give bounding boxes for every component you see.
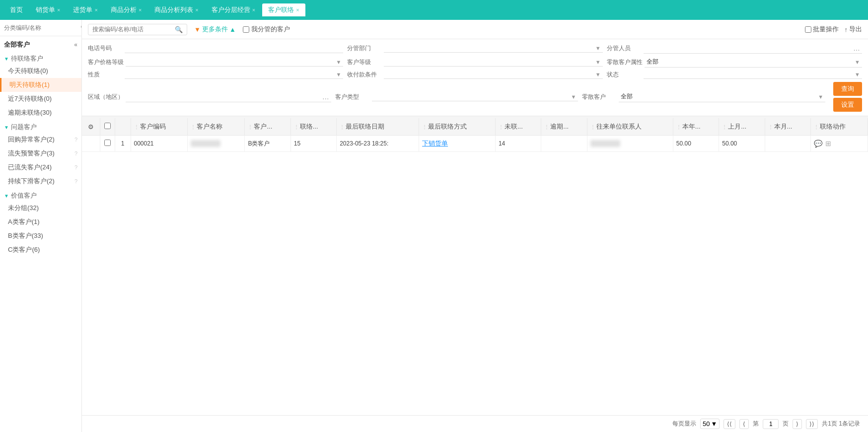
grid-action-icon-0[interactable]: ⊞ [825,140,831,147]
filter-dots-3-0[interactable]: … [322,93,329,101]
filter-dots-input-0-2[interactable] [646,45,851,52]
query-button[interactable]: 查询 [833,82,862,96]
filter-label-3-1: 客户类型 [335,93,370,101]
nav-item-销货单[interactable]: 销货单× [30,3,66,16]
next-page-button[interactable]: ⟩ [793,419,802,429]
sidebar-all-customers[interactable]: 全部客户 « [0,36,81,51]
sort-icon-unitContact[interactable]: ⋮ [590,124,595,130]
row-last-way-0[interactable]: 下销货单 [419,136,496,152]
nav-close-客户联络[interactable]: × [296,7,299,13]
sidebar-item-1-3[interactable]: 持续下滑客户(2)? [0,174,81,188]
sidebar-item-0-1[interactable]: 明天待联络(1) [0,78,81,92]
col-header-name: ⋮客户名称 [188,118,245,136]
col-label-thisYear: 本年... [682,122,701,131]
nav-item-商品分析列表[interactable]: 商品分析列表× [148,3,204,16]
sidebar-item-1-2[interactable]: 已流失客户(24)? [0,160,81,174]
more-conditions-button[interactable]: ▼ 更多条件 ▲ [191,23,239,36]
sidebar-group-title-0[interactable]: ▼待联络客户 [0,51,81,64]
filter-select-0-1[interactable]: ▼ [384,44,602,53]
col-label-lastWay: 最后联络方式 [428,122,467,131]
filter-select-1-1[interactable]: ▼ [384,58,602,67]
filter-select-2-1[interactable]: ▼ [384,71,602,79]
col-header-code: ⋮客户编码 [131,118,188,136]
sort-icon-contacts[interactable]: ⋮ [294,124,299,130]
select-arrow-2-0: ▼ [336,72,341,77]
per-page-label: 每页显示 [672,420,696,428]
sort-icon-thisYear[interactable]: ⋮ [676,124,681,130]
gear-icon[interactable]: ⚙ [88,123,94,131]
nav-close-商品分析[interactable]: × [139,7,142,13]
page-size-arrow: ▼ [711,420,717,428]
export-button[interactable]: ↑ 导出 [845,25,863,34]
nav-item-客户分层经营[interactable]: 客户分层经营× [206,3,261,16]
set-button[interactable]: 设置 [833,98,862,112]
filter-select-2-2[interactable]: ▼ [644,71,862,79]
page-number-input[interactable] [763,419,779,429]
nav-close-商品分析列表[interactable]: × [195,7,198,13]
sidebar-item-0-3[interactable]: 逾期未联络(30) [0,106,81,120]
page-size-select[interactable]: 50 ▼ [700,419,720,429]
sidebar-item-2-1[interactable]: A类客户(1) [0,215,81,229]
last-page-button[interactable]: ⟩⟩ [806,419,818,429]
sidebar-item-0-0[interactable]: 今天待联络(0) [0,64,81,78]
col-label-contacts: 联络... [300,122,318,131]
sort-icon-overdue[interactable]: ⋮ [544,124,549,130]
sidebar-group-2: ▼价值客户未分组(32)A类客户(1)B类客户(33)C类客户(6) [0,188,81,257]
row-checkbox-0[interactable] [104,140,111,146]
main-layout: 🔍 全部客户 « ▼待联络客户今天待联络(0)明天待联络(1)近7天待联络(0)… [0,20,868,432]
filter-label-1-1: 客户等级 [347,58,382,67]
filter-select-3-1[interactable]: ▼ [372,93,579,101]
sort-icon-type[interactable]: ⋮ [248,124,253,130]
sidebar-item-2-0[interactable]: 未分组(32) [0,201,81,215]
filter-search-icon[interactable]: 🔍 [175,26,183,33]
prev-page-button[interactable]: ⟨ [739,419,749,429]
row-not-linked-0: 14 [495,136,541,152]
filter-input-wrap-0-0 [125,44,343,53]
sort-icon-notLinked[interactable]: ⋮ [499,124,504,130]
sidebar-item-0-2[interactable]: 近7天待联络(0) [0,92,81,106]
filter-input-0-0[interactable] [127,45,341,52]
select-all-checkbox[interactable] [104,123,111,129]
sort-icon-thisMonth[interactable]: ⋮ [768,124,773,130]
sidebar-search-input[interactable] [4,24,78,31]
nav-close-客户分层经营[interactable]: × [252,7,255,13]
sort-icon-lastWay[interactable]: ⋮ [422,124,427,130]
sort-icon-code[interactable]: ⋮ [134,124,139,130]
sort-icon-lastDate[interactable]: ⋮ [340,124,345,130]
nav-item-进货单[interactable]: 进货单× [67,3,103,16]
sort-icon-name[interactable]: ⋮ [191,124,196,130]
my-customers-checkbox[interactable]: 我分管的客户 [243,25,290,34]
col-header-gear[interactable]: ⚙ [82,118,100,136]
sort-icon-action[interactable]: ⋮ [814,124,819,130]
sidebar-group-title-1[interactable]: ▼问题客户 [0,120,81,133]
sidebar-item-2-2[interactable]: B类客户(33) [0,229,81,243]
batch-op-button[interactable]: 批量操作 [805,25,839,34]
filter-label-0-2: 分管人员 [607,44,642,53]
table-area: ⚙⋮客户编码⋮客户名称⋮客户...⋮联络...⋮最后联络日期⋮最后联络方式⋮未联… [82,118,868,415]
nav-close-进货单[interactable]: × [94,7,97,13]
nav-item-客户联络[interactable]: 客户联络× [262,3,305,16]
nav-close-销货单[interactable]: × [57,7,60,13]
filter-search-input[interactable] [92,26,173,33]
filter-dots-input-3-0[interactable] [128,93,320,100]
filter-select-1-0[interactable]: ▼ [126,58,343,67]
chat-action-icon-0[interactable]: 💬 [814,140,822,147]
sidebar-item-2-3[interactable]: C类客户(6) [0,243,81,257]
filter-select-2-0[interactable]: ▼ [125,71,343,79]
batch-op-checkbox[interactable] [805,26,811,33]
sidebar-group-title-2[interactable]: ▼价值客户 [0,188,81,201]
first-page-button[interactable]: ⟨⟨ [723,419,735,429]
sort-icon-lastMonth[interactable]: ⋮ [722,124,727,130]
filter-field-3-2: 零散客户全部▼ [582,91,825,102]
filter-select-3-2[interactable]: 全部▼ [619,91,825,102]
sidebar-item-1-0[interactable]: 回购异常客户(2)? [0,133,81,146]
sidebar-collapse-icon[interactable]: « [74,41,77,48]
filter-select-1-2[interactable]: 全部▼ [645,57,862,68]
my-customers-checkbox-input[interactable] [243,26,249,33]
row-this-month-0 [765,136,810,152]
filter-dots-0-2[interactable]: … [853,44,860,52]
nav-item-首页[interactable]: 首页 [4,3,29,16]
sidebar-item-1-1[interactable]: 流失预警客户(3)? [0,146,81,160]
nav-item-商品分析[interactable]: 商品分析× [105,3,147,16]
export-icon: ↑ [845,26,848,33]
